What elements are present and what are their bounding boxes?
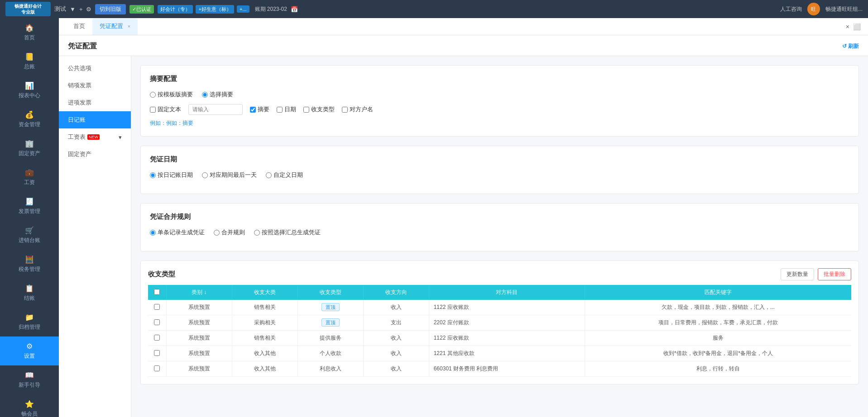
radio-summary-generate-input[interactable] — [254, 230, 260, 236]
company-dropdown[interactable]: ▼ — [70, 6, 76, 13]
membership-icon: ⭐ — [25, 400, 34, 408]
app-tag-2: +... — [237, 5, 249, 13]
voucher-date-radio-group: 按日记账日期 对应期间最后一天 自定义日期 — [150, 171, 849, 179]
radio-journal-date[interactable]: 按日记账日期 — [150, 171, 193, 179]
sidebar-item-archive[interactable]: 📁 归档管理 — [0, 308, 59, 336]
tab-home[interactable]: 首页 — [66, 19, 92, 35]
checkbox-fixed-text[interactable]: 固定文本 — [150, 105, 181, 114]
radio-period-last-input[interactable] — [202, 172, 208, 178]
sidebar-item-membership[interactable]: ⭐ 畅会员 — [0, 394, 59, 417]
row-category-0: 系统预置 — [166, 300, 232, 315]
sidebar-item-salary[interactable]: 💼 工资 — [0, 163, 59, 192]
radio-merge-rule[interactable]: 合并规则 — [214, 228, 245, 237]
row-checkbox-3[interactable] — [154, 350, 160, 356]
checkbox-summary[interactable]: 摘要 — [250, 105, 269, 114]
radio-custom-date[interactable]: 自定义日期 — [266, 171, 303, 179]
config-nav: 公共选项 销项发票 进项发票 日记账 工资表 NEW ▾ 固定资产 — [59, 56, 131, 417]
config-nav-journal[interactable]: 日记账 — [59, 111, 131, 128]
tab-close-icon[interactable]: × — [128, 24, 130, 29]
config-nav-purchase-invoice[interactable]: 进项发票 — [59, 94, 131, 111]
config-nav-sales-invoice[interactable]: 销项发票 — [59, 77, 131, 94]
radio-merge-rule-input[interactable] — [214, 230, 220, 236]
checkbox-date[interactable]: 日期 — [277, 105, 296, 114]
reports-icon: 📊 — [25, 81, 34, 90]
radio-period-last[interactable]: 对应期间最后一天 — [202, 171, 257, 179]
app-tags: 好会计（专） +好生意（标） +... — [158, 5, 249, 14]
sidebar-item-guide[interactable]: 📖 新手引导 — [0, 365, 59, 394]
row-checkbox-2[interactable] — [154, 335, 160, 341]
checkbox-date-input[interactable] — [277, 107, 283, 113]
checkbox-counterpart-name[interactable]: 对方户名 — [342, 105, 373, 114]
content-area: 首页 凭证配置 × × ⬜ 凭证配置 ↺ 刷新 公共选项 — [59, 18, 868, 417]
fixed-text-input[interactable] — [188, 104, 243, 115]
summary-radio-template-input[interactable] — [150, 92, 156, 98]
checkbox-income-type[interactable]: 收支类型 — [303, 105, 335, 114]
sidebar-label-home: 首页 — [24, 34, 35, 42]
calendar-icon[interactable]: 📅 — [291, 6, 298, 13]
table-row: 系统预置收入其他个人收款收入1221 其他应收款收到*借款，收到*备用金，退回*… — [148, 346, 851, 361]
user-name: 畅捷通旺旺组... — [825, 5, 863, 13]
row-type-4: 利息收入 — [297, 361, 363, 377]
add-icon[interactable]: + — [79, 6, 83, 13]
checkbox-income-type-input[interactable] — [303, 107, 309, 113]
summary-radio-select-input[interactable] — [202, 92, 208, 98]
config-nav-public[interactable]: 公共选项 — [59, 60, 131, 77]
home-icon: 🏠 — [25, 24, 34, 32]
batch-delete-btn[interactable]: 批量删除 — [818, 268, 851, 280]
checkbox-counterpart-input[interactable] — [342, 107, 348, 113]
tab-voucher-config[interactable]: 凭证配置 × — [92, 19, 138, 35]
config-nav-payroll[interactable]: 工资表 NEW ▾ — [59, 128, 131, 146]
sidebar-item-invoices[interactable]: 🧾 发票管理 — [0, 192, 59, 221]
row-big-type-0: 销售相关 — [232, 300, 297, 315]
sidebar-label-tax: 税务管理 — [19, 265, 40, 273]
tab-bar-right: × ⬜ — [846, 23, 861, 30]
sidebar-item-home[interactable]: 🏠 首页 — [0, 18, 59, 47]
sidebar-item-purchase-sales[interactable]: 🛒 进销台账 — [0, 221, 59, 250]
radio-single-record[interactable]: 单条记录生成凭证 — [150, 228, 205, 237]
settings-icon[interactable]: ⚙ — [86, 6, 91, 13]
sidebar-label-guide: 新手引导 — [19, 381, 40, 389]
table-row: 系统预置销售相关提供服务收入1122 应收账款服务 — [148, 331, 851, 346]
sidebar-item-close[interactable]: 📋 结账 — [0, 279, 59, 308]
col-header-account: 对方科目 — [429, 285, 585, 300]
select-all-checkbox[interactable] — [154, 289, 160, 295]
summary-radio-select[interactable]: 选择摘要 — [202, 90, 233, 99]
checkbox-summary-input[interactable] — [250, 107, 256, 113]
page-title-row: 凭证配置 ↺ 刷新 — [68, 42, 859, 56]
refresh-btn[interactable]: ↺ 刷新 — [842, 43, 859, 50]
app-logo: 畅捷通好会计 专业版 — [5, 2, 51, 16]
table-header-row: 收支类型 更新数量 批量删除 — [148, 268, 851, 280]
row-direction-4: 收入 — [363, 361, 429, 377]
sidebar-item-settings[interactable]: ⚙ 设置 — [0, 336, 59, 365]
radio-journal-date-input[interactable] — [150, 172, 156, 178]
sidebar-item-tax[interactable]: 🧮 税务管理 — [0, 250, 59, 279]
summary-radio-template[interactable]: 按模板版摘要 — [150, 90, 193, 99]
table-body: 系统预置销售相关置顶收入1122 应收账款欠款，现金，项目款，到款，报销款，汇入… — [148, 300, 851, 377]
human-consult-link[interactable]: 人工咨询 — [780, 5, 802, 13]
tab-window-maximize-btn[interactable]: ⬜ — [853, 23, 861, 30]
switch-version-btn[interactable]: 切到旧版 — [95, 4, 126, 14]
row-checkbox-4[interactable] — [154, 365, 160, 371]
sidebar-item-general-ledger[interactable]: 📒 总账 — [0, 47, 59, 76]
config-nav-fixed-assets[interactable]: 固定资产 — [59, 146, 131, 163]
sidebar-label-invoices: 发票管理 — [19, 208, 40, 215]
sidebar-item-reports[interactable]: 📊 报表中心 — [0, 76, 59, 105]
row-checkbox-1[interactable] — [154, 319, 160, 325]
row-checkbox-0[interactable] — [154, 304, 160, 310]
sidebar-item-assets[interactable]: 🏢 固定资产 — [0, 134, 59, 163]
row-direction-1: 支出 — [363, 315, 429, 331]
radio-custom-date-input[interactable] — [266, 172, 272, 178]
row-type-1: 置顶 — [297, 315, 363, 331]
tab-window-close-btn[interactable]: × — [846, 23, 849, 30]
update-qty-btn[interactable]: 更新数量 — [781, 268, 814, 280]
sidebar-label-settings: 设置 — [24, 352, 35, 360]
sidebar-item-funds[interactable]: 💰 资金管理 — [0, 105, 59, 134]
example-text: 例如：例如：摘要 — [150, 119, 849, 127]
merge-rule-title: 凭证合并规则 — [150, 213, 849, 221]
radio-single-record-input[interactable] — [150, 230, 156, 236]
voucher-date-title: 凭证日期 — [150, 155, 849, 164]
top-bar: 畅捷通好会计 专业版 测试 ▼ + ⚙ 切到旧版 ✓已认证 好会计（专） +好生… — [0, 0, 868, 18]
radio-summary-generate[interactable]: 按照选择汇总生成凭证 — [254, 228, 321, 237]
checkbox-fixed-text-input[interactable] — [150, 107, 156, 113]
app-tag-0: 好会计（专） — [158, 5, 193, 14]
